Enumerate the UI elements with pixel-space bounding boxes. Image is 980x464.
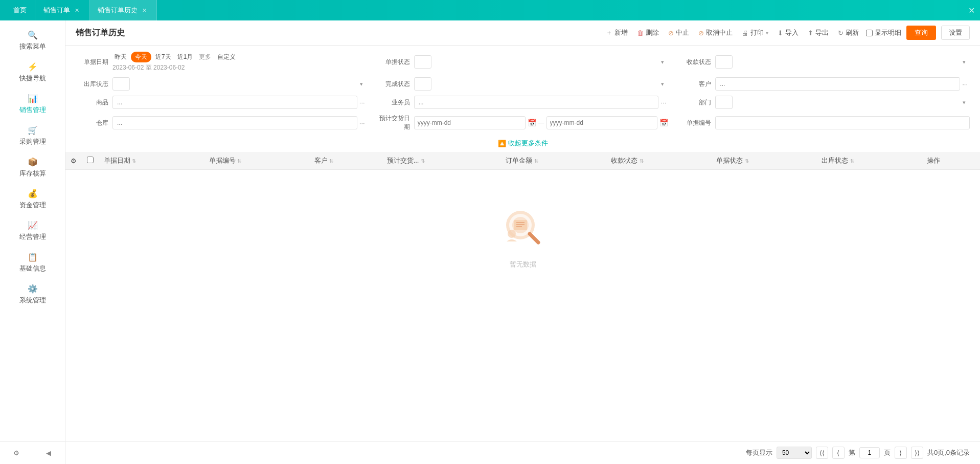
- import-button[interactable]: ⬇ 导入: [776, 27, 801, 38]
- tab-sales-history-label: 销售订单历史: [98, 6, 138, 15]
- next-page-icon: ⟩: [899, 449, 902, 457]
- tab-sales-order[interactable]: 销售订单 ✕: [35, 0, 89, 20]
- salesperson-input[interactable]: [414, 96, 659, 109]
- order-status-select[interactable]: [414, 55, 431, 69]
- sidebar-item-finance[interactable]: 💰 资金管理: [0, 183, 65, 215]
- table-header-out-label: 出库状态: [822, 157, 848, 164]
- sort-delivery-icon: ⇅: [421, 158, 425, 164]
- table-header-amount-label: 订单金额: [506, 157, 532, 164]
- customer-dots-btn[interactable]: ···: [960, 80, 970, 88]
- table-select-all-checkbox[interactable]: [87, 157, 94, 163]
- goods-input[interactable]: [112, 96, 357, 109]
- sidebar-item-sys-mgmt[interactable]: ⚙️ 系统管理: [0, 278, 65, 310]
- tab-sales-history-close[interactable]: ✕: [141, 7, 148, 14]
- prev-page-button[interactable]: ⟨: [832, 447, 845, 459]
- setting-button[interactable]: 设置: [941, 26, 970, 40]
- sidebar-settings-icon: ⚙: [13, 449, 19, 457]
- inventory-icon: 📦: [28, 157, 38, 167]
- table-header-customer-label: 客户: [314, 157, 328, 164]
- delivery-from-calendar-icon[interactable]: 📅: [528, 119, 536, 127]
- print-button[interactable]: 🖨 打印 ▾: [740, 27, 770, 38]
- table-header-no-label: 单据编号: [209, 157, 236, 164]
- empty-state: 暂无数据: [65, 170, 980, 300]
- table-header-status[interactable]: 单据状态 ⇅: [711, 152, 816, 170]
- table-header-payment[interactable]: 收款状态 ⇅: [606, 152, 711, 170]
- table-header-action: 操作: [922, 152, 980, 170]
- date-range-options: 昨天 今天 近7天 近1月 更多 自定义: [112, 52, 367, 62]
- sidebar-settings-btn[interactable]: ⚙: [0, 446, 33, 460]
- sidebar-item-purchase-mgmt[interactable]: 🛒 采购管理: [0, 120, 65, 151]
- table-settings-icon[interactable]: ⚙: [71, 157, 77, 165]
- goods-dots-btn[interactable]: ···: [357, 99, 367, 106]
- delivery-from-input[interactable]: [414, 116, 526, 129]
- date-option-1month[interactable]: 近1月: [175, 52, 195, 62]
- table-area: ⚙ 单据日期 ⇅ 单据编号 ⇅: [65, 152, 980, 464]
- stop-button[interactable]: ⊘ 中止: [666, 27, 691, 38]
- payment-status-select[interactable]: [715, 55, 733, 69]
- sidebar-item-operations[interactable]: 📈 经营管理: [0, 215, 65, 247]
- tab-sales-order-close[interactable]: ✕: [73, 7, 81, 14]
- date-option-custom[interactable]: 自定义: [215, 52, 238, 62]
- table-header-delivery[interactable]: 预计交货... ⇅: [382, 152, 501, 170]
- sidebar-item-quick-nav[interactable]: ⚡ 快捷导航: [0, 56, 65, 88]
- export-button[interactable]: ⬆ 导出: [806, 27, 831, 38]
- date-option-today[interactable]: 今天: [131, 52, 151, 62]
- collapse-more-btn[interactable]: 🔼 收起更多条件: [76, 137, 970, 150]
- filter-row-1: 单据日期 昨天 今天 近7天 近1月 更多 自定义 2023-06-02 至 2…: [76, 52, 970, 72]
- warehouse-input[interactable]: [112, 116, 357, 129]
- sidebar-collapse-btn[interactable]: ◀: [33, 446, 65, 460]
- delete-button[interactable]: 🗑 删除: [635, 27, 661, 38]
- tab-home[interactable]: 首页: [5, 0, 35, 20]
- sidebar-bottom: ⚙ ◀: [0, 441, 65, 464]
- sort-no-icon: ⇅: [237, 158, 241, 164]
- table-header-delivery-label: 预计交货...: [387, 157, 419, 164]
- warehouse-label: 仓库: [76, 119, 112, 127]
- delivery-to-calendar-icon[interactable]: 📅: [659, 119, 668, 127]
- delivery-to-input[interactable]: [546, 116, 658, 129]
- table-header-customer[interactable]: 客户 ⇅: [309, 152, 382, 170]
- prev-page-icon: ⟨: [837, 449, 839, 457]
- date-option-yesterday[interactable]: 昨天: [112, 52, 129, 62]
- query-button[interactable]: 查询: [906, 26, 936, 40]
- date-label: 单据日期: [76, 58, 112, 67]
- sidebar-item-sales-mgmt[interactable]: 📊 销售管理: [0, 88, 65, 120]
- cancel-stop-button[interactable]: ⊘ 取消中止: [696, 27, 735, 38]
- table-header-out[interactable]: 出库状态 ⇅: [816, 152, 922, 170]
- customer-input[interactable]: [715, 77, 960, 91]
- sidebar-item-search-menu-label: 搜索菜单: [19, 42, 46, 51]
- warehouse-dots-btn[interactable]: ···: [357, 119, 367, 127]
- last-page-button[interactable]: ⟩ ⟩: [911, 447, 923, 459]
- window-close-icon[interactable]: ✕: [968, 6, 975, 15]
- page-input[interactable]: [859, 447, 880, 458]
- display-detail-input[interactable]: [866, 30, 873, 36]
- table-header-status-label: 单据状态: [716, 157, 743, 164]
- display-detail-checkbox[interactable]: 显示明细: [866, 28, 901, 37]
- per-page-select[interactable]: 50 10 20 100: [777, 447, 812, 459]
- table-header-settings[interactable]: ⚙: [65, 152, 82, 170]
- new-button[interactable]: ＋ 新增: [604, 27, 630, 38]
- sidebar-item-basic-info[interactable]: 📋 基础信息: [0, 247, 65, 278]
- filter-date-cell: 单据日期 昨天 今天 近7天 近1月 更多 自定义 2023-06-02 至 2…: [76, 52, 367, 72]
- date-option-more[interactable]: 更多: [197, 52, 213, 62]
- next-page-button[interactable]: ⟩: [895, 447, 907, 459]
- export-label: 导出: [815, 28, 829, 37]
- sidebar-item-sales-mgmt-label: 销售管理: [19, 105, 46, 115]
- complete-status-select-wrapper: [414, 77, 669, 91]
- out-status-select[interactable]: [112, 77, 130, 91]
- table-header-date[interactable]: 单据日期 ⇅: [99, 152, 204, 170]
- dept-select[interactable]: [715, 96, 733, 109]
- salesperson-dots-btn[interactable]: ···: [658, 99, 668, 106]
- table-header-amount[interactable]: 订单金额 ⇅: [500, 152, 606, 170]
- date-option-7days[interactable]: 近7天: [153, 52, 173, 62]
- tab-sales-history[interactable]: 销售订单历史 ✕: [89, 0, 157, 20]
- refresh-button[interactable]: ↻ 刷新: [836, 27, 861, 38]
- stop-label: 中止: [676, 28, 689, 37]
- sidebar-item-search-menu[interactable]: 🔍 搜索菜单: [0, 25, 65, 56]
- table-header-checkbox[interactable]: [82, 152, 99, 170]
- payment-status-label: 收款状态: [678, 58, 715, 67]
- table-header-no[interactable]: 单据编号 ⇅: [204, 152, 309, 170]
- order-no-input[interactable]: [715, 116, 970, 129]
- first-page-button[interactable]: ⟨ ⟨: [816, 447, 828, 459]
- sidebar-item-inventory[interactable]: 📦 库存核算: [0, 151, 65, 183]
- complete-status-select[interactable]: [414, 77, 431, 91]
